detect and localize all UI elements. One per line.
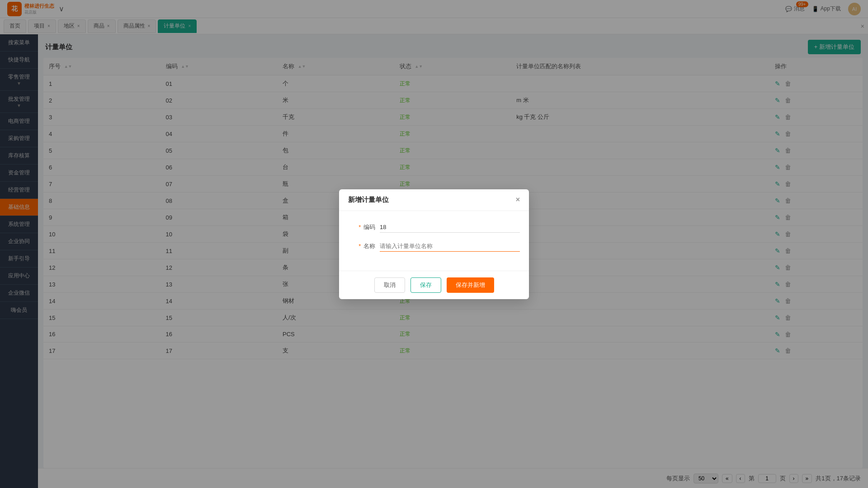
modal-body: * 编码 * 名称 — [339, 211, 529, 271]
cancel-button[interactable]: 取消 — [374, 277, 405, 293]
modal-overlay[interactable]: 新增计量单位 × * 编码 * 名称 取消 保存 保存并新增 — [0, 0, 868, 488]
code-label: * 编码 — [348, 223, 375, 231]
name-input[interactable] — [380, 241, 520, 252]
modal-close-button[interactable]: × — [516, 196, 520, 204]
add-unit-modal: 新增计量单位 × * 编码 * 名称 取消 保存 保存并新增 — [339, 189, 529, 299]
code-label-text: 编码 — [363, 224, 375, 230]
name-label-text: 名称 — [363, 243, 375, 249]
form-row-code: * 编码 — [348, 222, 520, 233]
code-required: * — [359, 224, 361, 230]
save-and-new-button[interactable]: 保存并新增 — [447, 277, 494, 293]
name-label: * 名称 — [348, 242, 375, 250]
name-required: * — [359, 243, 361, 249]
modal-header: 新增计量单位 × — [339, 189, 529, 211]
modal-footer: 取消 保存 保存并新增 — [339, 271, 529, 299]
code-input[interactable] — [380, 222, 520, 233]
form-row-name: * 名称 — [348, 241, 520, 252]
modal-title: 新增计量单位 — [348, 196, 389, 204]
save-button[interactable]: 保存 — [410, 277, 441, 293]
